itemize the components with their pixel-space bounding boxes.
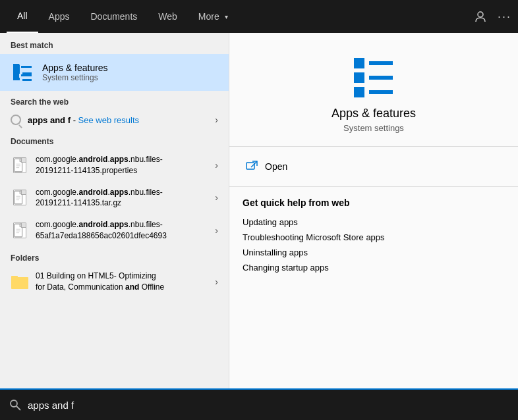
svg-rect-8 (13, 64, 19, 70)
doc-item-1[interactable]: com.google.android.apps.nbu.files-201912… (0, 149, 229, 182)
right-actions: Open (229, 147, 518, 187)
folders-section-label: Folders (0, 247, 229, 265)
tab-documents[interactable]: Documents (80, 0, 148, 33)
svg-rect-33 (354, 87, 364, 97)
doc-text-2: com.google.android.apps.nbu.files-201912… (36, 187, 208, 209)
doc-text-1: com.google.android.apps.nbu.files-201912… (36, 154, 208, 176)
help-title: Get quick help from web (243, 197, 505, 208)
help-link-2[interactable]: Troubleshooting Microsoft Store apps (243, 230, 505, 245)
chevron-right-icon-doc1: › (215, 160, 218, 171)
ellipsis-icon[interactable]: ··· (498, 10, 511, 24)
right-app-info: Apps & features System settings (229, 33, 518, 147)
best-match-title: Apps & features (42, 63, 108, 73)
svg-marker-23 (20, 224, 22, 227)
svg-point-37 (11, 400, 17, 407)
svg-rect-32 (369, 76, 393, 80)
svg-rect-11 (21, 74, 32, 76)
doc-item-3[interactable]: com.google.android.apps.nbu.files-65af1a… (0, 214, 229, 247)
folder-icon-1 (11, 273, 29, 291)
best-match-label: Best match (0, 33, 229, 54)
doc-file-icon-3 (11, 221, 29, 240)
tab-all[interactable]: All (7, 0, 38, 33)
nav-icons: ··· (474, 10, 511, 24)
help-link-1[interactable]: Updating apps (243, 215, 505, 230)
doc-text-3: com.google.android.apps.nbu.files-65af1a… (36, 219, 208, 242)
tab-more[interactable]: More ▾ (188, 0, 239, 33)
search-icon (9, 399, 21, 411)
apps-features-small-icon (11, 61, 34, 84)
search-bar (0, 388, 518, 420)
right-app-name: Apps & features (331, 107, 416, 120)
svg-point-0 (478, 12, 483, 17)
right-panel: Apps & features System settings Open Get… (229, 33, 518, 388)
doc-item-2[interactable]: com.google.android.apps.nbu.files-201912… (0, 182, 229, 215)
left-panel: Best match (0, 33, 229, 388)
open-window-icon (245, 160, 258, 173)
help-link-4[interactable]: Changing startup apps (243, 260, 505, 275)
right-app-type: System settings (343, 123, 404, 133)
svg-rect-31 (354, 72, 364, 83)
documents-section-label: Documents (0, 130, 229, 149)
web-search-item[interactable]: apps and f - See web results › (0, 109, 229, 130)
search-input[interactable] (28, 400, 509, 411)
doc-file-icon-2 (11, 188, 29, 207)
svg-rect-28 (11, 276, 18, 279)
best-match-item[interactable]: Apps & features System settings (0, 54, 229, 91)
web-search-text: apps and f - See web results (28, 115, 208, 125)
top-nav: All Apps Documents Web More ▾ ··· (0, 0, 518, 33)
svg-line-38 (16, 406, 20, 410)
folder-item-1[interactable]: 01 Building on HTML5- Optimizingfor Data… (0, 265, 229, 298)
svg-marker-13 (20, 159, 22, 162)
apps-features-large-icon (351, 53, 397, 99)
web-search-label: Search the web (0, 91, 229, 109)
chevron-right-icon: › (215, 115, 218, 125)
svg-rect-9 (13, 72, 19, 78)
main-content: Best match (0, 33, 518, 388)
person-icon[interactable] (474, 10, 487, 23)
svg-rect-29 (354, 58, 364, 68)
svg-rect-34 (369, 90, 393, 94)
chevron-right-icon-doc2: › (215, 192, 218, 203)
svg-marker-18 (20, 191, 22, 194)
doc-file-icon-1 (11, 156, 29, 174)
search-loop-icon (11, 115, 21, 125)
svg-rect-30 (369, 61, 393, 65)
folder-text-1: 01 Building on HTML5- Optimizingfor Data… (36, 271, 208, 293)
svg-rect-7 (22, 79, 32, 81)
svg-rect-12 (14, 159, 22, 172)
more-chevron-icon: ▾ (225, 13, 228, 20)
open-label: Open (265, 161, 287, 172)
svg-rect-35 (246, 163, 254, 169)
chevron-right-icon-folder1: › (215, 276, 218, 287)
svg-rect-10 (21, 66, 32, 68)
svg-rect-5 (22, 72, 32, 74)
svg-rect-17 (14, 191, 22, 204)
best-match-subtitle: System settings (42, 73, 108, 82)
open-button[interactable]: Open (243, 156, 505, 177)
best-match-text: Apps & features System settings (42, 63, 108, 82)
tab-web[interactable]: Web (148, 0, 188, 33)
chevron-right-icon-doc3: › (215, 225, 218, 236)
help-link-3[interactable]: Uninstalling apps (243, 245, 505, 260)
right-help-section: Get quick help from web Updating apps Tr… (229, 187, 518, 286)
tab-apps[interactable]: Apps (38, 0, 80, 33)
svg-rect-22 (14, 224, 22, 237)
nav-tabs: All Apps Documents Web More ▾ (7, 0, 474, 33)
